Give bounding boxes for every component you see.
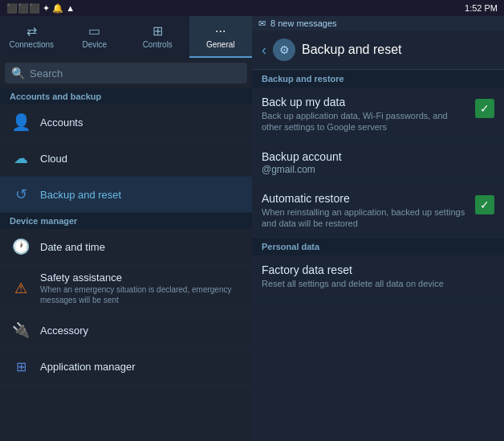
settings-icon: ⚙ [273, 39, 295, 61]
notification-icon: ✉ [258, 18, 266, 29]
back-header: ‹ ⚙ Backup and reset [252, 31, 504, 70]
backup-icon: ↺ [10, 183, 32, 206]
status-right: 1:52 PM [465, 3, 498, 13]
right-panel: ✉ 8 new messages ‹ ⚙ Backup and reset Ba… [252, 16, 504, 441]
menu-item-accounts[interactable]: 👤 Accounts [0, 104, 252, 141]
tab-controls[interactable]: ⊞ Controls [126, 16, 189, 58]
accessory-icon: 🔌 [10, 319, 32, 341]
controls-icon: ⊞ [152, 23, 163, 39]
section-header-device: Device manager [0, 213, 252, 229]
menu-item-safety[interactable]: ⚠ Safety assistance When an emergency si… [0, 265, 252, 312]
backup-account-title: Backup account [262, 150, 494, 163]
connections-icon: ⇄ [26, 23, 37, 39]
right-section-backup-restore: Backup and restore [252, 70, 504, 88]
backup-account-sub: @gmail.com [262, 164, 494, 175]
datetime-icon: 🕐 [10, 235, 32, 258]
safety-subtitle: When an emergency situation is declared,… [40, 284, 242, 305]
backup-content: Backup and reset [40, 189, 242, 201]
appmanager-icon: ⊞ [10, 355, 32, 378]
tab-device-label: Device [82, 40, 107, 49]
right-section-personal: Personal data [252, 238, 504, 255]
section-header-accounts: Accounts and backup [0, 88, 252, 104]
menu-item-backup-reset[interactable]: ↺ Backup and reset [0, 177, 252, 213]
tab-connections[interactable]: ⇄ Connections [0, 16, 63, 58]
backup-data-text: Back up my data Back up application data… [262, 96, 469, 133]
tab-general-label: General [206, 40, 235, 49]
safety-title: Safety assistance [40, 272, 242, 284]
backup-data-checkbox[interactable]: ✓ [475, 99, 494, 118]
datetime-title: Date and time [40, 241, 242, 253]
accounts-title: Accounts [40, 116, 242, 129]
tab-controls-label: Controls [143, 40, 173, 49]
cloud-title: Cloud [40, 153, 242, 165]
accessory-title: Accessory [40, 325, 242, 337]
notification-text: 8 new messages [270, 18, 337, 28]
setting-backup-data[interactable]: Back up my data Back up application data… [252, 88, 504, 142]
backup-title: Backup and reset [40, 189, 242, 201]
top-tabs: ⇄ Connections ▭ Device ⊞ Controls ··· Ge… [0, 16, 252, 58]
menu-item-appmanager[interactable]: ⊞ Application manager [0, 349, 252, 385]
accounts-content: Accounts [40, 116, 242, 129]
auto-restore-text: Automatic restore When reinstalling an a… [262, 192, 469, 230]
tab-device[interactable]: ▭ Device [63, 16, 127, 58]
status-time: 1:52 PM [465, 3, 498, 13]
status-icons: ⬛⬛⬛ ✦ 🔔 ▲ [6, 3, 75, 14]
factory-reset-desc: Reset all settings and delete all data o… [262, 278, 494, 289]
main-content: ⇄ Connections ▭ Device ⊞ Controls ··· Ge… [0, 16, 504, 441]
cloud-icon: ☁ [10, 147, 32, 169]
backup-data-desc: Back up application data, Wi-Fi password… [262, 110, 469, 133]
setting-factory-reset[interactable]: Factory data reset Reset all settings an… [252, 255, 504, 298]
right-panel-title: Backup and reset [302, 43, 402, 57]
menu-item-accessory[interactable]: 🔌 Accessory [0, 312, 252, 349]
left-panel: ⇄ Connections ▭ Device ⊞ Controls ··· Ge… [0, 16, 252, 441]
tab-connections-label: Connections [9, 40, 54, 49]
back-button[interactable]: ‹ [262, 42, 266, 59]
safety-content: Safety assistance When an emergency situ… [40, 272, 242, 305]
search-icon: 🔍 [11, 67, 25, 80]
appmanager-content: Application manager [40, 361, 242, 373]
accounts-icon: 👤 [10, 111, 32, 133]
general-icon: ··· [215, 24, 226, 39]
datetime-content: Date and time [40, 241, 242, 253]
backup-data-title: Back up my data [262, 96, 469, 108]
auto-restore-title: Automatic restore [262, 192, 469, 205]
safety-icon: ⚠ [10, 277, 32, 300]
accessory-content: Accessory [40, 325, 242, 337]
tab-general[interactable]: ··· General [189, 16, 253, 58]
factory-reset-text: Factory data reset Reset all settings an… [262, 263, 494, 289]
auto-restore-checkbox[interactable]: ✓ [475, 195, 494, 214]
menu-item-datetime[interactable]: 🕐 Date and time [0, 229, 252, 265]
factory-reset-title: Factory data reset [262, 263, 494, 276]
backup-account-text: Backup account @gmail.com [262, 150, 494, 175]
status-left-icons: ⬛⬛⬛ ✦ 🔔 ▲ [6, 3, 75, 14]
appmanager-title: Application manager [40, 361, 242, 373]
search-input[interactable] [30, 67, 241, 80]
device-icon: ▭ [88, 23, 100, 39]
notification-bar: ✉ 8 new messages [252, 16, 504, 31]
status-bar: ⬛⬛⬛ ✦ 🔔 ▲ 1:52 PM [0, 0, 504, 16]
search-bar: 🔍 [5, 63, 247, 84]
setting-auto-restore[interactable]: Automatic restore When reinstalling an a… [252, 184, 504, 239]
auto-restore-desc: When reinstalling an application, backed… [262, 206, 469, 230]
menu-item-cloud[interactable]: ☁ Cloud [0, 141, 252, 177]
cloud-content: Cloud [40, 153, 242, 165]
setting-backup-account[interactable]: Backup account @gmail.com [252, 142, 504, 184]
